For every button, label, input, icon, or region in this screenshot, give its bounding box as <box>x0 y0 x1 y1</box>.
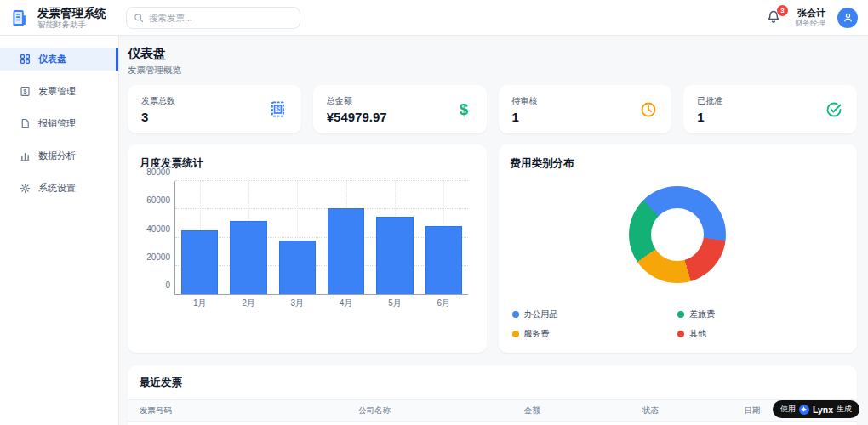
building-logo-icon <box>9 7 31 29</box>
bar-group-3月: 3月 <box>273 181 322 294</box>
svg-text:$: $ <box>23 88 26 95</box>
x-axis-tick: 5月 <box>370 298 419 309</box>
donut-legend: 办公用品 差旅费 服务费 其他 <box>511 309 846 340</box>
user-name: 张会计 <box>795 8 825 19</box>
bar-chart-bars: 1月 2月 3月 4月 5月 6月 <box>175 181 468 294</box>
stat-label: 已批准 <box>697 95 722 107</box>
lynx-logo-icon <box>799 405 809 415</box>
invoice-stamp-icon: $ <box>269 100 288 119</box>
donut-chart <box>629 186 726 283</box>
table-row: 12345678901234567890 北京科技有限公司 ¥17719.97 … <box>128 421 857 425</box>
svg-text:$: $ <box>459 101 468 118</box>
legend-dot <box>677 331 684 337</box>
y-axis-tick: 80000 <box>146 167 170 177</box>
settings-icon <box>19 183 31 195</box>
svg-text:$: $ <box>276 105 280 113</box>
bar <box>181 230 219 294</box>
search-icon <box>134 13 144 23</box>
table-body: 12345678901234567890 北京科技有限公司 ¥17719.97 … <box>128 421 857 425</box>
legend-label: 其他 <box>689 328 706 340</box>
bar <box>376 217 414 294</box>
stat-value: 1 <box>697 110 722 124</box>
bar-group-2月: 2月 <box>224 181 272 294</box>
recent-invoices-title: 最近发票 <box>128 376 857 400</box>
check-circle-icon <box>825 100 843 119</box>
y-axis-tick: 40000 <box>146 224 170 233</box>
sidebar-item-label: 发票管理 <box>38 85 76 98</box>
stat-value: 3 <box>141 110 175 124</box>
user-role: 财务经理 <box>795 19 825 28</box>
legend-item: 办公用品 <box>512 309 678 320</box>
expense-category-chart-card: 费用类别分布 办公用品 差旅费 服务费 其他 <box>499 144 858 353</box>
table-header-row: 发票号码公司名称金额状态日期 <box>128 400 857 421</box>
clock-icon <box>639 100 658 119</box>
y-axis-tick: 0 <box>165 280 170 290</box>
sidebar-item-label: 报销管理 <box>38 117 76 130</box>
donut-chart-title: 费用类别分布 <box>511 156 846 171</box>
sidebar-nav: 仪表盘 $ 发票管理 报销管理 数据分析 系统设置 <box>0 48 118 200</box>
stat-card-3: 已批准 1 <box>683 85 857 133</box>
stat-label: 总金额 <box>327 95 387 107</box>
app-title: 发票管理系统 <box>37 7 106 20</box>
bar-chart-plot: 800006000040000200000 1月 2月 3月 4月 5月 6月 <box>174 181 468 295</box>
bar-group-6月: 6月 <box>420 181 468 294</box>
analytics-icon <box>19 150 31 162</box>
legend-item: 服务费 <box>512 328 678 340</box>
sidebar-item-label: 数据分析 <box>38 150 76 162</box>
stat-value: 1 <box>512 110 538 124</box>
stat-card-1: 总金额 ¥54979.97 $ <box>313 85 487 133</box>
bar <box>230 221 267 294</box>
stat-cards: 发票总数 3 $ 总金额 ¥54979.97 $ 待审核 1 已批准 1 <box>128 85 857 133</box>
main-content: 仪表盘 发票管理概览 发票总数 3 $ 总金额 ¥54979.97 $ 待审核 … <box>119 36 868 425</box>
badge-prefix: 使用 <box>780 404 796 415</box>
x-axis-tick: 6月 <box>420 298 468 309</box>
badge-suffix: 生成 <box>837 404 852 415</box>
user-info: 张会计 财务经理 <box>795 8 825 28</box>
column-header: 状态 <box>642 405 744 416</box>
legend-label: 服务费 <box>524 328 550 340</box>
bar-group-1月: 1月 <box>175 181 224 294</box>
x-axis-tick: 3月 <box>273 298 322 309</box>
x-axis-tick: 4月 <box>322 298 370 309</box>
lynx-generator-badge[interactable]: 使用 Lynx 生成 <box>773 400 859 418</box>
top-header: 发票管理系统 智能财务助手 3 张会计 财务经理 <box>0 0 868 36</box>
legend-label: 差旅费 <box>689 309 715 320</box>
search-box[interactable] <box>126 7 300 29</box>
report-icon <box>19 118 31 130</box>
bar-chart-title: 月度发票统计 <box>140 156 475 171</box>
bar-group-4月: 4月 <box>322 181 370 294</box>
app-tagline: 智能财务助手 <box>37 20 106 29</box>
notification-badge: 3 <box>777 5 788 16</box>
sidebar-item-label: 仪表盘 <box>38 53 66 65</box>
y-axis-tick: 60000 <box>146 196 170 205</box>
sidebar-item-2[interactable]: 报销管理 <box>0 112 118 135</box>
sidebar-item-1[interactable]: $ 发票管理 <box>0 80 118 103</box>
recent-invoices-card: 最近发票 发票号码公司名称金额状态日期 12345678901234567890… <box>128 366 857 425</box>
page-title: 仪表盘 <box>128 46 857 62</box>
column-header: 发票号码 <box>140 405 358 416</box>
dashboard-icon <box>19 54 31 65</box>
invoice-icon: $ <box>19 86 31 98</box>
bar <box>279 241 317 294</box>
user-avatar[interactable] <box>837 8 858 28</box>
legend-dot <box>512 311 519 318</box>
bar <box>328 208 365 294</box>
notifications-button[interactable]: 3 <box>766 9 783 26</box>
stat-card-0: 发票总数 3 $ <box>128 85 301 133</box>
search-input[interactable] <box>149 13 293 23</box>
bar-group-5月: 5月 <box>370 181 419 294</box>
x-axis-tick: 1月 <box>175 298 224 309</box>
stat-value: ¥54979.97 <box>327 110 387 124</box>
sidebar: 仪表盘 $ 发票管理 报销管理 数据分析 系统设置 <box>0 36 119 425</box>
sidebar-item-3[interactable]: 数据分析 <box>0 144 118 167</box>
legend-label: 办公用品 <box>524 309 558 320</box>
sidebar-item-4[interactable]: 系统设置 <box>0 177 118 200</box>
sidebar-item-0[interactable]: 仪表盘 <box>0 48 118 71</box>
y-axis-tick: 20000 <box>146 252 170 261</box>
badge-brand: Lynx <box>813 405 833 415</box>
x-axis-tick: 2月 <box>224 298 272 309</box>
page-subtitle: 发票管理概览 <box>128 65 857 76</box>
legend-dot <box>512 331 519 337</box>
legend-item: 其他 <box>677 328 843 340</box>
bar <box>425 226 463 294</box>
